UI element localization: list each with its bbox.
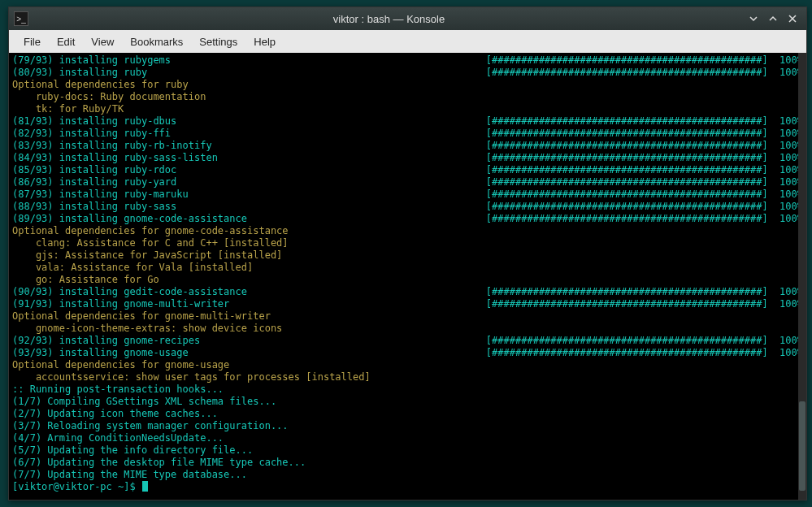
terminal-line: (84/93) installing ruby-sass-listen[####… — [12, 152, 803, 164]
hook-line: (2/7) Updating icon theme caches... — [12, 408, 218, 420]
terminal-line: go: Assistance for Go — [12, 274, 803, 286]
terminal-line: (82/93) installing ruby-ffi[############… — [12, 128, 803, 140]
hook-line: (6/7) Updating the desktop file MIME typ… — [12, 457, 306, 469]
terminal-line: (79/93) installing rubygems[############… — [12, 54, 803, 67]
optional-dep-text: go: Assistance for Go — [12, 274, 159, 286]
install-line-left: (83/93) installing ruby-rb-inotify — [12, 140, 212, 152]
install-line-left: (90/93) installing gedit-code-assistance — [12, 286, 247, 298]
terminal-line: clang: Assistance for C and C++ [install… — [12, 237, 803, 249]
install-line-left: (81/93) installing ruby-dbus — [12, 115, 176, 128]
menu-file[interactable]: File — [15, 32, 49, 51]
optional-dep-text: tk: for Ruby/TK — [12, 103, 124, 115]
install-progress: [#######################################… — [486, 54, 803, 67]
titlebar[interactable]: >_ viktor : bash — Konsole — [9, 7, 806, 30]
terminal-line: (88/93) installing ruby-sass[###########… — [12, 201, 803, 213]
install-line-left: (79/93) installing rubygems — [12, 54, 171, 67]
terminal-line: (7/7) Updating the MIME type database... — [12, 469, 803, 481]
optional-dep-text: gnome-icon-theme-extras: show device ico… — [12, 323, 282, 335]
scrollbar-thumb[interactable] — [799, 401, 805, 491]
terminal-line: (3/7) Reloading system manager configura… — [12, 420, 803, 432]
install-line-left: (82/93) installing ruby-ffi — [12, 128, 171, 140]
terminal-line: Optional dependencies for gnome-code-ass… — [12, 225, 803, 237]
optional-dep-text: Optional dependencies for ruby — [12, 79, 189, 91]
window-title: viktor : bash — Konsole — [35, 13, 743, 25]
install-progress: [#######################################… — [486, 213, 803, 225]
terminal-viewport[interactable]: (79/93) installing rubygems[############… — [9, 53, 806, 500]
install-progress: [#######################################… — [486, 298, 803, 310]
close-button[interactable] — [784, 10, 801, 28]
terminal-line: (83/93) installing ruby-rb-inotify[#####… — [12, 140, 803, 152]
menu-bookmarks[interactable]: Bookmarks — [122, 32, 191, 51]
install-progress: [#######################################… — [486, 128, 803, 140]
install-line-left: (80/93) installing ruby — [12, 67, 147, 79]
minimize-button[interactable] — [745, 10, 762, 28]
install-progress: [#######################################… — [486, 176, 803, 188]
install-progress: [#######################################… — [486, 188, 803, 201]
install-progress: [#######################################… — [486, 286, 803, 298]
install-line-left: (87/93) installing ruby-maruku — [12, 188, 189, 201]
install-line-left: (93/93) installing gnome-usage — [12, 347, 189, 359]
optional-dep-text: Optional dependencies for gnome-multi-wr… — [12, 310, 271, 323]
vertical-scrollbar[interactable] — [798, 53, 806, 500]
menubar: File Edit View Bookmarks Settings Help — [9, 30, 806, 53]
terminal-line: (81/93) installing ruby-dbus[###########… — [12, 115, 803, 128]
install-line-left: (86/93) installing ruby-yard — [12, 176, 176, 188]
terminal-line: (91/93) installing gnome-multi-writer[##… — [12, 298, 803, 310]
terminal-line: accountsservice: show user tags for proc… — [12, 371, 803, 384]
install-line-left: (91/93) installing gnome-multi-writer — [12, 298, 229, 310]
install-progress: [#######################################… — [486, 140, 803, 152]
terminal-line: Optional dependencies for gnome-usage — [12, 359, 803, 371]
terminal-line: tk: for Ruby/TK — [12, 103, 803, 115]
optional-dep-text: ruby-docs: Ruby documentation — [12, 91, 206, 103]
terminal-line: (1/7) Compiling GSettings XML schema fil… — [12, 396, 803, 408]
install-line-left: (89/93) installing gnome-code-assistance — [12, 213, 247, 225]
terminal-line: (90/93) installing gedit-code-assistance… — [12, 286, 803, 298]
optional-dep-text: Optional dependencies for gnome-usage — [12, 359, 229, 371]
optional-dep-text: gjs: Assistance for JavaScript [installe… — [12, 249, 282, 262]
prompt-line[interactable]: [viktor@viktor-pc ~]$ — [12, 481, 803, 493]
install-line-left: (84/93) installing ruby-sass-listen — [12, 152, 218, 164]
terminal-line: gjs: Assistance for JavaScript [installe… — [12, 249, 803, 262]
app-icon: >_ — [14, 11, 28, 26]
terminal-line: :: Running post-transaction hooks... — [12, 384, 803, 396]
hook-line: (7/7) Updating the MIME type database... — [12, 469, 247, 481]
terminal-line: (89/93) installing gnome-code-assistance… — [12, 213, 803, 225]
terminal-line: (2/7) Updating icon theme caches... — [12, 408, 803, 420]
terminal-line: (85/93) installing ruby-rdoc[###########… — [12, 164, 803, 176]
menu-settings[interactable]: Settings — [191, 32, 245, 51]
hook-line: (1/7) Compiling GSettings XML schema fil… — [12, 396, 276, 408]
hook-line: (3/7) Reloading system manager configura… — [12, 420, 289, 432]
terminal-line: ruby-docs: Ruby documentation — [12, 91, 803, 103]
hook-line: :: Running post-transaction hooks... — [12, 384, 224, 396]
terminal-line: (80/93) installing ruby[################… — [12, 67, 803, 79]
optional-dep-text: accountsservice: show user tags for proc… — [12, 371, 371, 384]
install-line-left: (92/93) installing gnome-recipes — [12, 335, 200, 347]
optional-dep-text: Optional dependencies for gnome-code-ass… — [12, 225, 289, 237]
install-progress: [#######################################… — [486, 164, 803, 176]
terminal-line: (6/7) Updating the desktop file MIME typ… — [12, 457, 803, 469]
menu-view[interactable]: View — [83, 32, 122, 51]
terminal-line: (93/93) installing gnome-usage[#########… — [12, 347, 803, 359]
maximize-button[interactable] — [764, 10, 782, 28]
install-line-left: (88/93) installing ruby-sass — [12, 201, 176, 213]
install-line-left: (85/93) installing ruby-rdoc — [12, 164, 176, 176]
install-progress: [#######################################… — [486, 67, 803, 79]
terminal-line: (92/93) installing gnome-recipes[#######… — [12, 335, 803, 347]
terminal-line: Optional dependencies for gnome-multi-wr… — [12, 310, 803, 323]
cursor — [142, 481, 148, 492]
terminal-line: (86/93) installing ruby-yard[###########… — [12, 176, 803, 188]
menu-edit[interactable]: Edit — [49, 32, 83, 51]
hook-line: (4/7) Arming ConditionNeedsUpdate... — [12, 432, 224, 444]
hook-line: (5/7) Updating the info directory file..… — [12, 444, 253, 457]
install-progress: [#######################################… — [486, 335, 803, 347]
install-progress: [#######################################… — [486, 115, 803, 128]
install-progress: [#######################################… — [486, 347, 803, 359]
shell-prompt: [viktor@viktor-pc ~]$ — [12, 481, 141, 493]
terminal-line: vala: Assistance for Vala [installed] — [12, 262, 803, 274]
konsole-window: >_ viktor : bash — Konsole File Edit Vie… — [8, 6, 807, 500]
terminal-line: gnome-icon-theme-extras: show device ico… — [12, 323, 803, 335]
optional-dep-text: vala: Assistance for Vala [installed] — [12, 262, 253, 274]
menu-help[interactable]: Help — [245, 32, 284, 51]
terminal-line: (5/7) Updating the info directory file..… — [12, 444, 803, 457]
terminal-line: (87/93) installing ruby-maruku[#########… — [12, 188, 803, 201]
